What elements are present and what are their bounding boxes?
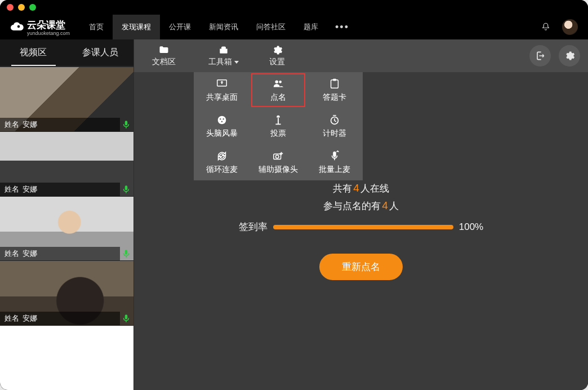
tab-participants[interactable]: 参课人员	[67, 39, 134, 66]
logo-sub: yunduoketang.com	[27, 30, 70, 36]
rollcall-stat: 参与点名的有 4 人	[323, 200, 399, 212]
vote-icon	[271, 114, 285, 126]
timer-icon	[328, 114, 341, 126]
folder-icon	[158, 45, 170, 56]
mic-up-icon	[328, 150, 341, 162]
app-window: 云朵课堂 yunduoketang.com 首页 发现课程 公开课 新闻资讯 问…	[0, 0, 588, 390]
chevron-down-icon	[234, 61, 239, 64]
progress-fill	[273, 225, 453, 229]
svg-point-12	[275, 155, 279, 158]
clipboard-icon	[328, 78, 341, 90]
cloud-icon	[10, 20, 24, 34]
tool-aux-camera[interactable]: 辅助摄像头	[250, 144, 306, 180]
topnav: 云朵课堂 yunduoketang.com 首页 发现课程 公开课 新闻资讯 问…	[0, 15, 588, 39]
main-toolbar: 文档区 工具箱 设置	[134, 39, 588, 72]
video-tile-empty	[0, 325, 133, 390]
left-panel: 视频区 参课人员 姓名 安娜 姓名 安娜 姓名 安娜 姓名 安娜	[0, 39, 134, 390]
rate-label: 签到率	[239, 220, 268, 233]
nav-more[interactable]: •••	[327, 21, 357, 33]
tool-batch-mic[interactable]: 批量上麦	[306, 144, 363, 180]
participant-name: 安娜	[23, 119, 37, 130]
toolbox-label: 工具箱	[208, 57, 232, 66]
nav-discover[interactable]: 发现课程	[113, 15, 160, 39]
docs-label: 文档区	[152, 57, 176, 67]
window-minimize[interactable]	[18, 4, 25, 11]
mic-icon[interactable]	[121, 248, 131, 259]
svg-point-7	[220, 118, 221, 119]
docs-button[interactable]: 文档区	[134, 39, 194, 72]
refresh-icon	[215, 150, 229, 162]
nav-news[interactable]: 新闻资讯	[200, 15, 247, 39]
video-tile[interactable]: 姓名 安娜	[0, 260, 133, 325]
participant-name: 安娜	[23, 249, 37, 259]
name-label: 姓名	[5, 249, 19, 259]
tool-vote[interactable]: 投票	[250, 108, 306, 144]
tool-brainstorm[interactable]: 头脑风暴	[194, 108, 250, 144]
svg-point-0	[17, 25, 20, 28]
body: 视频区 参课人员 姓名 安娜 姓名 安娜 姓名 安娜 姓名 安娜	[0, 39, 588, 390]
screen-share-icon	[215, 78, 229, 90]
progress-bar	[273, 225, 453, 229]
logo[interactable]: 云朵课堂 yunduoketang.com	[10, 19, 70, 36]
main-area: 文档区 工具箱 设置	[134, 39, 588, 390]
participant-name: 安娜	[23, 184, 37, 194]
tool-cycle-mic[interactable]: 循环连麦	[194, 144, 250, 180]
online-stat: 共有 4 人在线	[333, 182, 389, 195]
camera-plus-icon	[271, 150, 285, 162]
toolbox-menu: 共享桌面 点名 答题卡 头脑风暴 投票	[194, 72, 363, 180]
nav-bank[interactable]: 题库	[295, 15, 327, 39]
tool-rollcall[interactable]: 点名	[250, 72, 306, 108]
svg-point-3	[279, 81, 282, 83]
topnav-right	[541, 19, 578, 35]
nav-home[interactable]: 首页	[80, 15, 113, 39]
people-icon	[271, 78, 285, 90]
name-label: 姓名	[5, 313, 19, 323]
tab-video[interactable]: 视频区	[0, 39, 67, 66]
gear-icon	[271, 45, 283, 56]
bell-icon[interactable]	[541, 22, 551, 32]
rollcall-count: 4	[381, 200, 389, 212]
rerollcall-button[interactable]: 重新点名	[319, 254, 403, 280]
toolbox-icon	[217, 45, 230, 56]
svg-point-2	[275, 81, 279, 84]
svg-rect-5	[333, 79, 336, 81]
svg-rect-4	[331, 80, 338, 88]
name-label: 姓名	[5, 119, 19, 130]
mic-icon[interactable]	[121, 119, 131, 130]
video-tile[interactable]: 姓名 安娜	[0, 131, 133, 196]
tool-answer-card[interactable]: 答题卡	[306, 72, 363, 108]
brainstorm-icon	[215, 114, 229, 126]
svg-point-6	[218, 116, 226, 125]
nav-qa[interactable]: 问答社区	[247, 15, 295, 39]
config-button[interactable]	[559, 45, 580, 67]
tool-share-screen[interactable]: 共享桌面	[194, 72, 250, 108]
online-count: 4	[352, 182, 360, 194]
mic-icon[interactable]	[121, 184, 131, 195]
left-tabs: 视频区 参课人员	[0, 39, 133, 67]
mic-icon[interactable]	[121, 313, 131, 324]
exit-button[interactable]	[529, 45, 551, 67]
name-label: 姓名	[5, 184, 19, 194]
logo-text: 云朵课堂	[27, 19, 70, 32]
nav-public[interactable]: 公开课	[160, 15, 200, 39]
settings-label: 设置	[269, 57, 285, 67]
video-tile[interactable]: 姓名 安娜	[0, 196, 133, 261]
exit-icon	[534, 50, 546, 61]
toolbox-button[interactable]: 工具箱	[194, 39, 253, 72]
gear-icon	[564, 50, 575, 61]
window-close[interactable]	[7, 4, 14, 11]
window-maximize[interactable]	[29, 4, 36, 11]
titlebar	[0, 0, 588, 15]
tool-timer[interactable]: 计时器	[306, 108, 363, 144]
rate-value: 100%	[459, 221, 483, 233]
video-list: 姓名 安娜 姓名 安娜 姓名 安娜 姓名 安娜	[0, 67, 133, 390]
participant-name: 安娜	[23, 313, 37, 323]
svg-point-9	[221, 121, 222, 122]
video-tile[interactable]: 姓名 安娜	[0, 67, 133, 131]
progress-row: 签到率 100%	[239, 220, 483, 233]
avatar[interactable]	[562, 19, 578, 35]
settings-button[interactable]: 设置	[253, 39, 301, 72]
svg-point-8	[223, 118, 224, 119]
